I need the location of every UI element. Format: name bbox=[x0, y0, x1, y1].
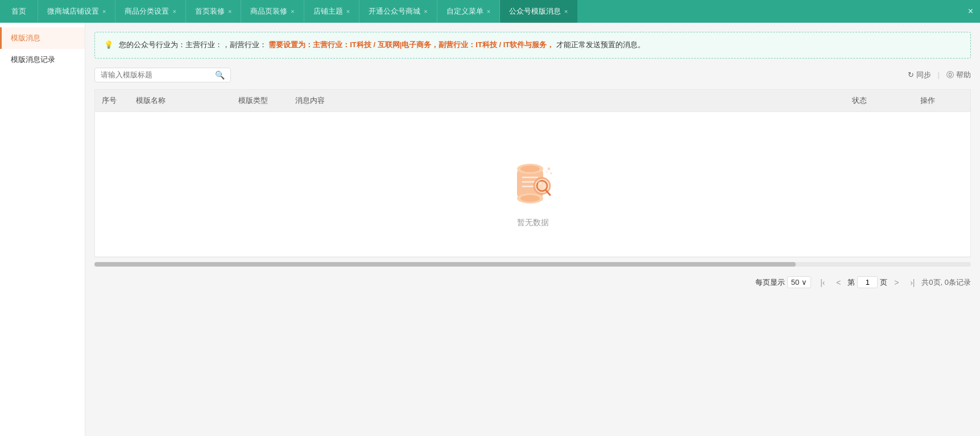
help-icon: ⓪ bbox=[946, 70, 954, 80]
sidebar-item-record[interactable]: 模版消息记录 bbox=[0, 49, 85, 70]
col-header-action: 操作 bbox=[913, 90, 970, 112]
tab-homepage[interactable]: 首页装修 × bbox=[186, 0, 241, 23]
svg-point-12 bbox=[538, 181, 541, 185]
tab-theme-label: 店铺主题 bbox=[313, 6, 343, 16]
table-header-row: 序号 模版名称 模版类型 消息内容 状态 bbox=[95, 90, 970, 112]
close-all-button[interactable]: × bbox=[961, 6, 980, 16]
page-size-value: 50 bbox=[791, 278, 799, 286]
sync-button[interactable]: ↻ 同步 bbox=[908, 70, 931, 80]
empty-text: 暂无数据 bbox=[517, 218, 549, 228]
svg-point-5 bbox=[520, 195, 540, 202]
first-page-button[interactable]: |‹ bbox=[816, 276, 829, 289]
tab-category-close[interactable]: × bbox=[172, 8, 176, 15]
data-table: 序号 模版名称 模版类型 消息内容 状态 bbox=[95, 90, 970, 257]
pagination: 每页显示 50 ∨ |‹ < 第 页 > ›| 共0页, 0条记录 bbox=[94, 271, 971, 294]
col-header-type: 模版类型 bbox=[231, 90, 288, 112]
tab-home-label: 首页 bbox=[11, 6, 26, 16]
page-navigation: |‹ < 第 页 > ›| 共0页, 0条记录 bbox=[816, 276, 971, 289]
page-size-label: 每页显示 bbox=[755, 277, 785, 288]
search-bar: 🔍 ↻ 同步 | ⓪ 帮助 bbox=[94, 68, 971, 82]
page-size-chevron-icon: ∨ bbox=[801, 278, 807, 286]
page-total: 共0页, 0条记录 bbox=[921, 277, 971, 288]
tab-openshop[interactable]: 开通公众号商城 × bbox=[359, 0, 437, 23]
last-page-button[interactable]: ›| bbox=[905, 276, 919, 289]
col-header-name: 模版名称 bbox=[129, 90, 231, 112]
search-icon[interactable]: 🔍 bbox=[215, 70, 225, 80]
page-label: 第 bbox=[847, 277, 855, 288]
tab-openshop-close[interactable]: × bbox=[424, 8, 427, 15]
col-header-content: 消息内容 bbox=[288, 90, 845, 112]
page-unit: 页 bbox=[880, 277, 887, 288]
notice-banner: 💡 您的公众号行业为：主营行业：，副营行业： 需要设置为：主营行业：IT科技 /… bbox=[94, 32, 971, 59]
tab-productpage-close[interactable]: × bbox=[291, 8, 294, 15]
svg-point-14 bbox=[550, 172, 552, 175]
tab-category-label: 商品分类设置 bbox=[125, 6, 169, 16]
tab-theme[interactable]: 店铺主题 × bbox=[304, 0, 359, 23]
notice-highlight: 需要设置为：主营行业：IT科技 / 互联网|电子商务，副营行业：IT科技 / I… bbox=[268, 40, 554, 49]
tab-theme-close[interactable]: × bbox=[346, 8, 350, 15]
tab-homepage-close[interactable]: × bbox=[228, 8, 231, 15]
sync-label: 同步 bbox=[916, 70, 931, 80]
sidebar-item-template-label: 模版消息 bbox=[11, 34, 40, 42]
col-header-status: 状态 bbox=[845, 90, 913, 112]
svg-point-3 bbox=[520, 165, 540, 172]
tab-templatemsg-close[interactable]: × bbox=[564, 8, 568, 15]
empty-illustration bbox=[505, 152, 561, 209]
search-input-wrapper[interactable]: 🔍 bbox=[94, 68, 231, 82]
search-right-actions: ↻ 同步 | ⓪ 帮助 bbox=[908, 70, 971, 80]
page-number-input[interactable] bbox=[857, 276, 878, 288]
sidebar-item-template[interactable]: 模版消息 bbox=[0, 27, 85, 49]
prev-page-button[interactable]: < bbox=[832, 276, 845, 289]
tab-templatemsg[interactable]: 公众号模版消息 × bbox=[500, 0, 577, 23]
sync-icon: ↻ bbox=[908, 70, 914, 79]
tab-custommenu[interactable]: 自定义菜单 × bbox=[437, 0, 500, 23]
search-input[interactable] bbox=[101, 70, 215, 79]
notice-prefix: 您的公众号行业为：主营行业：，副营行业： bbox=[119, 40, 267, 49]
tab-weshop[interactable]: 微商城店铺设置 × bbox=[38, 0, 115, 23]
tab-weshop-close[interactable]: × bbox=[102, 8, 106, 15]
table-container: 序号 模版名称 模版类型 消息内容 状态 bbox=[94, 89, 971, 258]
tab-custommenu-label: 自定义菜单 bbox=[446, 6, 483, 16]
page-size-selector: 每页显示 50 ∨ bbox=[755, 276, 811, 288]
sidebar: 模版消息 模版消息记录 bbox=[0, 23, 85, 436]
tab-home[interactable]: 首页 bbox=[0, 0, 38, 23]
content-area: 💡 您的公众号行业为：主营行业：，副营行业： 需要设置为：主营行业：IT科技 /… bbox=[85, 23, 980, 436]
help-button[interactable]: ⓪ 帮助 bbox=[946, 70, 971, 80]
tab-productpage[interactable]: 商品页装修 × bbox=[241, 0, 304, 23]
svg-point-15 bbox=[545, 171, 547, 172]
notice-suffix: 才能正常发送预置的消息。 bbox=[556, 40, 645, 49]
tab-openshop-label: 开通公众号商城 bbox=[369, 6, 420, 16]
svg-point-13 bbox=[547, 167, 550, 170]
tab-bar: 首页 微商城店铺设置 × 商品分类设置 × 首页装修 × 商品页装修 × 店铺主… bbox=[0, 0, 980, 23]
divider: | bbox=[938, 70, 940, 79]
notice-icon: 💡 bbox=[104, 40, 113, 49]
sidebar-item-record-label: 模版消息记录 bbox=[11, 55, 55, 64]
main-layout: 模版消息 模版消息记录 💡 您的公众号行业为：主营行业：，副营行业： 需要设置为… bbox=[0, 23, 980, 436]
tab-productpage-label: 商品页装修 bbox=[250, 6, 287, 16]
tab-homepage-label: 首页装修 bbox=[195, 6, 225, 16]
help-label: 帮助 bbox=[956, 70, 971, 80]
scrollbar-thumb[interactable] bbox=[94, 262, 796, 267]
empty-state-row: 暂无数据 bbox=[95, 111, 970, 256]
tab-custommenu-close[interactable]: × bbox=[487, 8, 490, 15]
horizontal-scrollbar[interactable] bbox=[94, 262, 971, 267]
empty-state-cell: 暂无数据 bbox=[95, 111, 970, 256]
page-size-select-box[interactable]: 50 ∨ bbox=[787, 276, 811, 288]
empty-state: 暂无数据 bbox=[102, 118, 964, 251]
col-header-no: 序号 bbox=[95, 90, 129, 112]
next-page-button[interactable]: > bbox=[890, 276, 903, 289]
tab-category[interactable]: 商品分类设置 × bbox=[115, 0, 185, 23]
tab-weshop-label: 微商城店铺设置 bbox=[47, 6, 99, 16]
tab-templatemsg-label: 公众号模版消息 bbox=[509, 6, 561, 16]
